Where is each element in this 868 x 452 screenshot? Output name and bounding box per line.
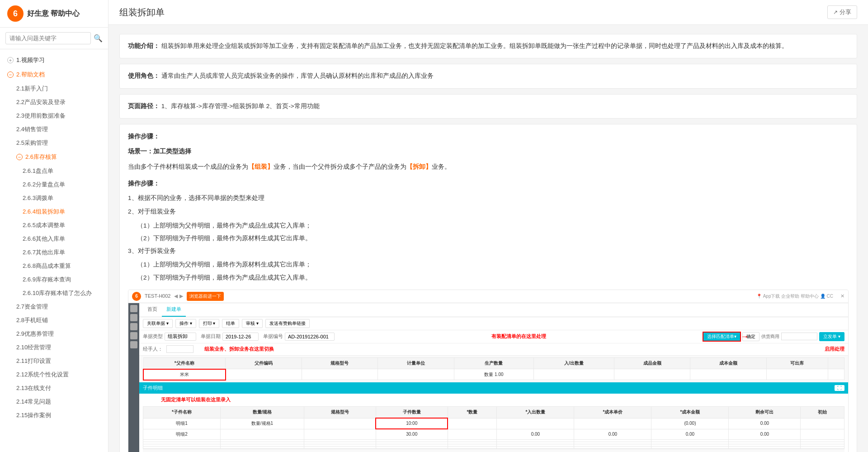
sidebar-item-help-docs[interactable]: − 2.帮助文档 (0, 67, 108, 82)
th-cost-price: *成本单价 (574, 407, 651, 419)
td-parent-code (226, 369, 302, 380)
sidebar-item-cost-adjust[interactable]: 2.6.5成本调整单 (0, 219, 108, 232)
sidebar-item-cost-recalc[interactable]: 2.6.8商品成本重算 (0, 259, 108, 273)
app-upper-table-wrapper: *父件名称 父件编码 规格型号 计量单位 生产数量 入/出数量 成品金额 成本金… (139, 356, 848, 382)
btn-approve[interactable]: 审核 ▾ (242, 319, 263, 328)
intro-text: 功能介绍： 组装拆卸单用来处理企业组装或拆卸等加工业务，支持有固定装配清单的产品… (128, 43, 788, 49)
th-available-out: 可出库 (767, 357, 828, 369)
sidebar-item-operations[interactable]: 2.10经营管理 (0, 341, 108, 354)
operations-box: 操作步骤： 场景一：加工类型选择 当由多个子件材料组装成一个成品的业务为【组装】… (119, 124, 857, 452)
sidebar-item-inventory[interactable]: − 2.6库存核算 (0, 150, 108, 164)
app-tab-home[interactable]: 首页 (143, 303, 162, 317)
td-child-name-1: 明细1 (143, 418, 221, 429)
search-input[interactable] (5, 32, 91, 44)
sidebar-item-video-learning[interactable]: + 1.视频学习 (0, 53, 108, 67)
main-header: 组装拆卸单 ↗ 分享 (108, 0, 868, 25)
sidebar-item-transfer[interactable]: 2.6.3调拨单 (0, 191, 108, 205)
sidebar-item-other-in[interactable]: 2.6.6其他入库单 (0, 232, 108, 246)
field-date-label: 单据日期 (201, 332, 221, 341)
th-parent-code: 父件编码 (226, 357, 302, 369)
sidebar-item-print[interactable]: 2.11打印设置 (0, 354, 108, 368)
sidebar-item-beginner[interactable]: 2.1新手入门 (0, 82, 108, 95)
sidebar-item-ledger-error[interactable]: 2.6.10库存账本错了怎么办 (0, 286, 108, 300)
sidebar-item-label: 2.帮助文档 (16, 71, 45, 79)
sidebar-item-other-out[interactable]: 2.6.7其他出库单 (0, 246, 108, 259)
app-topbar-close: ✕ (840, 292, 844, 301)
plus-icon: + (7, 57, 14, 63)
sidebar-item-faq[interactable]: 2.14常见问题 (0, 395, 108, 409)
td-remaining-2: 0.00 (729, 429, 801, 440)
btn-confirm-select[interactable]: 确定 (742, 332, 760, 341)
sidebar-item-sales[interactable]: 2.4销售管理 (0, 123, 108, 136)
step-2-2: （2）下部明细为子件明细，最终作为原材料生成其它出库单。 (128, 233, 849, 244)
td-cost-price-1 (574, 418, 651, 429)
app-logo: 6 (132, 292, 141, 301)
btn-select-bom[interactable]: 选择匹配清单▾ (703, 332, 741, 341)
td-cost-amount-2: 0.00 (651, 429, 729, 440)
btn-related[interactable]: 关联单据 ▾ (143, 319, 173, 328)
lower-section-label: 子件明细 (143, 384, 163, 393)
sidebar-item-install[interactable]: 2.2产品安装及登录 (0, 95, 108, 109)
field-handler-input[interactable] (166, 345, 193, 353)
field-type-input[interactable] (165, 333, 196, 341)
btn-print[interactable]: 打印 ▾ (199, 319, 220, 328)
app-main-area: 首页 新建单 关联单据 ▾ 操作 ▾ 打印 ▾ 结单 审核 ▾ 发送有赞购单链接 (139, 303, 848, 452)
logo-title: 好生意 帮助中心 (27, 9, 80, 19)
sidebar-item-customization[interactable]: 2.12系统个性化设置 (0, 368, 108, 381)
sidebar-item-purchase[interactable]: 2.5采购管理 (0, 136, 108, 150)
btn-send-link[interactable]: 发送有赞购单链接 (265, 319, 310, 328)
app-screenshot: 6 TEST-H002 ◀ ▶ 浏览器前进一下 📍 App下载 企业帮助 帮助中… (128, 290, 848, 452)
btn-ops[interactable]: 操作 ▾ (175, 319, 196, 328)
field-date-input[interactable] (222, 333, 259, 341)
app-lower-table-wrapper: 无固定清单可以组装在这里录入 *子件名称 数量/规格 规格型号 子件数量 (139, 394, 848, 452)
sidebar-item-data-prep[interactable]: 2.3使用前数据准备 (0, 109, 108, 123)
app-tab-new[interactable]: 新建单 (162, 303, 186, 317)
field-number: 单据编号 (263, 332, 335, 341)
btn-generate[interactable]: 立发单 ▾ (819, 332, 844, 341)
th-child-qty: 子件数量 (376, 407, 448, 419)
td-in-out-1 (497, 418, 574, 429)
th-in-out-star: *入出数量 (497, 407, 574, 419)
field-number-label: 单据编号 (263, 332, 283, 341)
field-vendor-input[interactable] (781, 333, 817, 340)
app-lower-table: *子件名称 数量/规格 规格型号 子件数量 *数量 *入出数量 *成本单价 *成… (143, 406, 844, 449)
th-unit: 计量单位 (378, 357, 454, 369)
app-topbar: 6 TEST-H002 ◀ ▶ 浏览器前进一下 📍 App下载 企业帮助 帮助中… (128, 290, 848, 303)
table-row: 明细1 数量/规格1 10:00 (0.00) (143, 418, 844, 429)
scene1-title: 场景一：加工类型选择 (128, 147, 191, 155)
share-button[interactable]: ↗ 分享 (827, 5, 857, 19)
table-row: 明细2 30.00 0.00 0.00 0.00 (143, 429, 844, 440)
annotation-enable: 启用处理 (825, 345, 844, 354)
minus-icon-inventory: − (16, 154, 23, 160)
role-text: 使用角色： 通常由生产人员或库管人员完成拆装业务的操作，库管人员确认原材料的出库… (128, 72, 434, 79)
th-child-spec: 规格型号 (304, 407, 376, 419)
sidebar-search-bar: 🔍 (0, 28, 108, 49)
btn-fullscreen[interactable]: ⛶ (835, 385, 844, 391)
th-initial: 初始 (801, 407, 844, 419)
main-area: 组装拆卸单 ↗ 分享 功能介绍： 组装拆卸单用来处理企业组装或拆卸等加工业务，支… (108, 0, 868, 452)
sidebar-inventory-sub: 2.6.1盘点单 2.6.2分量盘点单 2.6.3调拨单 2.6.4组装拆卸单 … (0, 164, 108, 300)
btn-close-order[interactable]: 结单 (222, 319, 239, 328)
sidebar-item-coupon[interactable]: 2.9优惠券管理 (0, 327, 108, 341)
td-qty-spec-1: 数量/规格1 (221, 418, 304, 429)
th-remaining-out: 剩余可出 (729, 407, 801, 419)
sidebar-item-online-pay[interactable]: 2.13在线支付 (0, 381, 108, 395)
td-initial-1 (801, 418, 844, 429)
path-text: 页面路径： 1、库存核算->库存管理->组装拆卸单 2、首页->常用功能 (128, 103, 320, 109)
search-button[interactable]: 🔍 (94, 34, 103, 43)
sidebar-item-cases[interactable]: 2.15操作案例 (0, 409, 108, 422)
sidebar-item-mobile[interactable]: 2.8手机旺铺 (0, 314, 108, 327)
app-form-row-1: 单据类型 单据日期 单据编号 (139, 330, 848, 343)
logo-icon: 6 (7, 5, 24, 22)
sidebar-item-capital[interactable]: 2.7资金管理 (0, 300, 108, 314)
field-number-input[interactable] (285, 333, 335, 341)
sidebar-item-partial-count[interactable]: 2.6.2分量盘点单 (0, 178, 108, 191)
sidebar-item-assembly[interactable]: 2.6.4组装拆卸单 (0, 205, 108, 219)
sidebar-item-inventory-ledger[interactable]: 2.6.9库存账本查询 (0, 273, 108, 286)
td-qty-spec-2 (221, 429, 304, 440)
annotation-bom: 有装配清单的在这里处理 (339, 332, 698, 341)
td-cost-amount-1: (0.00) (651, 418, 729, 429)
sidebar-item-stock-count[interactable]: 2.6.1盘点单 (0, 164, 108, 178)
minus-icon: − (7, 71, 14, 78)
sidebar: 6 好生意 帮助中心 🔍 + 1.视频学习 − 2.帮助文档 2.1新手入门 2… (0, 0, 108, 452)
